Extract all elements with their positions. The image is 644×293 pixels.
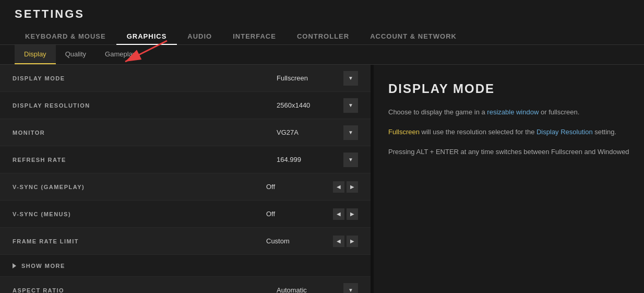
info-highlight-fullscreen: Fullscreen — [388, 128, 420, 136]
info-highlight-display-resolution: Display Resolution — [536, 128, 593, 136]
setting-monitor: MONITOR VG27A — [0, 119, 371, 146]
setting-monitor-value: VG27A — [277, 128, 339, 136]
setting-vsync-menus-label: V-SYNC (MENUS) — [13, 211, 71, 217]
info-paragraph-2: Fullscreen will use the resolution selec… — [388, 126, 629, 138]
setting-display-mode-control: Fullscreen — [222, 71, 358, 86]
setting-vsync-gameplay-value: Off — [266, 183, 329, 191]
display-mode-dropdown[interactable] — [343, 71, 358, 86]
tab-keyboard-mouse[interactable]: KEYBOARD & MOUSE — [15, 28, 116, 44]
show-more-label: SHOW MORE — [21, 263, 65, 269]
setting-display-mode: DISPLAY MODE Fullscreen — [0, 65, 371, 92]
vsync-gameplay-right-arrow[interactable]: ▶ — [347, 181, 358, 193]
info-paragraph-3: Pressing ALT + ENTER at any time switche… — [388, 146, 629, 158]
display-resolution-dropdown[interactable] — [343, 98, 358, 113]
setting-vsync-gameplay: V-SYNC (GAMEPLAY) Off ◀ ▶ — [0, 173, 371, 201]
tab-controller[interactable]: CONTROLLER — [287, 28, 360, 44]
settings-header: SETTINGS KEYBOARD & MOUSE GRAPHICS AUDIO… — [0, 0, 644, 45]
vsync-gameplay-arrows: ◀ ▶ — [333, 181, 358, 193]
setting-frame-rate-limit-value: Custom — [266, 237, 329, 245]
frame-rate-limit-arrows: ◀ ▶ — [333, 236, 358, 247]
page-title: SETTINGS — [15, 7, 629, 21]
subtab-quality[interactable]: Quality — [56, 45, 96, 64]
setting-monitor-label: MONITOR — [13, 130, 45, 136]
setting-refresh-rate: REFRESH RATE 164.999 — [0, 146, 371, 173]
setting-aspect-ratio-label: ASPECT RATIO — [13, 287, 64, 294]
setting-refresh-rate-value: 164.999 — [277, 156, 339, 163]
vsync-menus-right-arrow[interactable]: ▶ — [347, 208, 358, 220]
vsync-menus-arrows: ◀ ▶ — [333, 208, 358, 220]
setting-aspect-ratio-control: Automatic — [222, 283, 358, 294]
setting-display-resolution-label: DISPLAY RESOLUTION — [13, 102, 90, 109]
setting-display-resolution-control: 2560x1440 — [222, 98, 358, 113]
setting-vsync-menus: V-SYNC (MENUS) Off ◀ ▶ — [0, 201, 371, 228]
tab-audio[interactable]: AUDIO — [177, 28, 222, 44]
tab-account-network[interactable]: ACCOUNT & NETWORK — [360, 28, 467, 44]
setting-aspect-ratio-value: Automatic — [277, 286, 339, 293]
setting-frame-rate-limit-label: FRAME RATE LIMIT — [13, 238, 79, 244]
setting-vsync-gameplay-label: V-SYNC (GAMEPLAY) — [13, 184, 85, 190]
show-more-row[interactable]: SHOW MORE — [0, 255, 371, 277]
setting-frame-rate-limit: FRAME RATE LIMIT Custom ◀ ▶ — [0, 228, 371, 255]
setting-refresh-rate-label: REFRESH RATE — [13, 157, 66, 163]
info-panel: DISPLAY MODE Choose to display the game … — [374, 65, 644, 293]
info-title: DISPLAY MODE — [388, 81, 629, 96]
setting-frame-rate-limit-control: Custom ◀ ▶ — [222, 236, 358, 247]
subtab-display[interactable]: Display — [15, 45, 56, 64]
info-paragraph-1: Choose to display the game in a resizabl… — [388, 107, 629, 118]
frame-rate-limit-left-arrow[interactable]: ◀ — [333, 236, 344, 247]
setting-display-resolution: DISPLAY RESOLUTION 2560x1440 — [0, 92, 371, 119]
setting-refresh-rate-control: 164.999 — [222, 153, 358, 167]
subtab-gameplay[interactable]: Gameplay — [96, 45, 145, 64]
vsync-gameplay-left-arrow[interactable]: ◀ — [333, 181, 344, 193]
monitor-dropdown[interactable] — [343, 125, 358, 140]
frame-rate-limit-right-arrow[interactable]: ▶ — [347, 236, 358, 247]
setting-display-mode-label: DISPLAY MODE — [13, 75, 65, 81]
setting-vsync-gameplay-control: Off ◀ ▶ — [222, 181, 358, 193]
sub-navigation: Display Quality Gameplay — [0, 45, 644, 65]
setting-vsync-menus-control: Off ◀ ▶ — [222, 208, 358, 220]
setting-vsync-menus-value: Off — [266, 210, 329, 218]
vsync-menus-left-arrow[interactable]: ◀ — [333, 208, 344, 220]
show-more-arrow-icon — [13, 263, 16, 268]
tab-graphics[interactable]: GRAPHICS — [116, 28, 177, 44]
settings-panel: DISPLAY MODE Fullscreen DISPLAY RESOLUTI… — [0, 65, 371, 293]
tab-interface[interactable]: INTERFACE — [222, 28, 287, 44]
refresh-rate-dropdown[interactable] — [343, 153, 358, 167]
main-content: DISPLAY MODE Fullscreen DISPLAY RESOLUTI… — [0, 65, 644, 293]
info-highlight-resizable: resizable window — [487, 108, 539, 116]
setting-aspect-ratio: ASPECT RATIO Automatic — [0, 277, 371, 293]
setting-display-resolution-value: 2560x1440 — [277, 101, 339, 109]
main-navigation: KEYBOARD & MOUSE GRAPHICS AUDIO INTERFAC… — [15, 28, 629, 44]
setting-monitor-control: VG27A — [222, 125, 358, 140]
setting-display-mode-value: Fullscreen — [277, 74, 339, 82]
aspect-ratio-dropdown[interactable] — [343, 283, 358, 294]
